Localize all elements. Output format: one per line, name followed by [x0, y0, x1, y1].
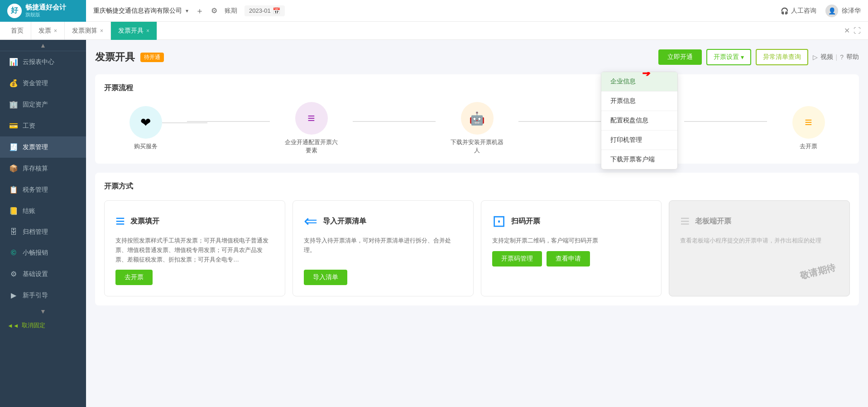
step-3-label: 下载并安装开票机器人 — [450, 138, 504, 155]
step-1-line — [162, 122, 207, 123]
chevron-down-icon: ▾ — [186, 8, 188, 14]
sidebar-item-shuiwu[interactable]: 📋 税务管理 — [0, 179, 86, 200]
step-3-icon: 🤖 — [461, 102, 494, 135]
step-5-icon: ≡ — [792, 106, 825, 139]
video-button[interactable]: ▷ 视频 | ? 帮助 — [813, 53, 859, 61]
top-right: 🎧 人工咨询 👤 徐泽华 — [781, 5, 861, 17]
method-boss: ≡ 老板端开票 查看老板端小程序提交的开票申请，并作出相应的处理 敬请期待 — [669, 200, 850, 296]
tab-invoice-calc-close[interactable]: × — [100, 28, 103, 34]
dropdown-item-printer[interactable]: 打印机管理 — [601, 130, 677, 150]
tab-home[interactable]: 首页 — [4, 22, 31, 40]
anomaly-button[interactable]: 异常清单查询 — [756, 49, 808, 65]
dropdown-item-tax-disk[interactable]: 配置税盘信息 — [601, 111, 677, 130]
sidebar-item-xinshou[interactable]: ▶ 新手引导 — [0, 285, 86, 306]
close-all-icon[interactable]: ✕ — [844, 26, 850, 35]
sidebar-item-guidang[interactable]: 🗄 归档管理 — [0, 222, 86, 242]
sidebar-item-yunbao-label: 云报表中心 — [23, 58, 54, 66]
user-name: 徐泽华 — [842, 7, 861, 15]
invoice-settings-label: 开票设置 — [714, 53, 739, 61]
support-button[interactable]: 🎧 人工咨询 — [781, 7, 816, 15]
step-divider-2 — [353, 121, 436, 122]
sidebar-item-zijin-label: 资金管理 — [23, 79, 48, 87]
sidebar-item-xiaochang[interactable]: © 小畅报销 — [0, 242, 86, 263]
page-title: 发票开具 — [95, 50, 135, 64]
support-label: 人工咨询 — [791, 7, 816, 15]
step-divider-3 — [518, 121, 601, 122]
method-fill-icon: ≡ — [115, 212, 125, 231]
company-name: 重庆畅捷交通信息咨询有限公司 — [93, 7, 182, 15]
yunbao-icon: 📊 — [9, 58, 18, 66]
activate-button[interactable]: 立即开通 — [658, 49, 702, 65]
dropdown-item-company-info[interactable]: 企业信息 — [601, 72, 677, 91]
method-scan-apply-button[interactable]: 查看申请 — [547, 251, 590, 266]
jiezhang-icon: 📒 — [9, 207, 18, 215]
tab-invoice-close[interactable]: × — [54, 28, 57, 34]
tab-invoice-label: 发票 — [38, 27, 51, 35]
pin-left-icon: ◄◄ — [7, 322, 19, 329]
sidebar-scroll-down[interactable]: ▼ — [0, 306, 86, 317]
settings-chevron-down-icon: ▾ — [741, 53, 744, 61]
method-scan-name: 扫码开票 — [511, 217, 540, 226]
sidebar-item-kucun[interactable]: 📦 库存核算 — [0, 158, 86, 179]
sidebar-item-fapiao[interactable]: 🧾 发票管理 — [0, 136, 86, 158]
cancel-pin-button[interactable]: ◄◄ 取消固定 — [0, 317, 86, 334]
page-header: 发票开具 待开通 立即开通 开票设置 ▾ 异常清单查询 ▷ 视频 | ? 帮助 — [95, 49, 859, 65]
method-import-button[interactable]: 导入清单 — [304, 270, 347, 285]
sidebar-item-gongzi[interactable]: 💳 工资 — [0, 115, 86, 136]
invoice-settings-button[interactable]: 开票设置 ▾ — [706, 49, 751, 65]
sidebar-item-zijin[interactable]: 💰 资金管理 — [0, 73, 86, 94]
dropdown-printer-label: 打印机管理 — [610, 136, 642, 143]
tab-invoice-issue[interactable]: 发票开具 × — [111, 22, 157, 40]
page-title-area: 发票开具 待开通 — [95, 50, 164, 64]
gudingzichan-icon: 🏢 — [9, 100, 18, 109]
tab-home-label: 首页 — [11, 27, 24, 35]
sidebar-item-gudingzichan[interactable]: 🏢 固定资产 — [0, 94, 86, 115]
fapiao-icon: 🧾 — [9, 143, 18, 151]
gongzi-icon: 💳 — [9, 121, 18, 130]
main-layout: ▲ 📊 云报表中心 💰 资金管理 🏢 固定资产 💳 工资 🧾 发票管理 📦 库存… — [0, 40, 868, 407]
method-scan-qr-button[interactable]: 开票码管理 — [492, 251, 542, 266]
top-actions: ＋ ⚙ 账期 2023-01 📅 — [196, 5, 285, 16]
tab-invoice[interactable]: 发票 × — [31, 22, 65, 40]
status-badge: 待开通 — [140, 53, 164, 62]
settings-icon[interactable]: ⚙ — [211, 6, 217, 15]
tab-bar: 首页 发票 × 发票测算 × 发票开具 × ✕ ⛶ — [0, 22, 868, 40]
zijin-icon: 💰 — [9, 79, 18, 87]
sidebar-item-gudingzichan-label: 固定资产 — [23, 101, 48, 109]
period-badge[interactable]: 2023-01 📅 — [245, 5, 285, 16]
help-icon: ? — [840, 53, 844, 61]
company-selector[interactable]: 重庆畅捷交通信息咨询有限公司 ▾ — [93, 7, 188, 15]
help-label: 帮助 — [846, 53, 859, 61]
header-actions: 立即开通 开票设置 ▾ 异常清单查询 ▷ 视频 | ? 帮助 — [658, 49, 859, 65]
top-bar: 好 畅捷通好会计 旗舰版 重庆畅捷交通信息咨询有限公司 ▾ ＋ ⚙ 账期 202… — [0, 0, 868, 22]
step-2-icon: ≡ — [295, 102, 328, 135]
maximize-icon[interactable]: ⛶ — [854, 27, 861, 35]
jichu-icon: ⚙ — [9, 270, 18, 278]
step-5-label: 去开票 — [800, 142, 817, 150]
method-scan-desc: 支持定制开票二维码，客户端可扫码开票 — [492, 236, 651, 246]
method-import-icon: ⇐ — [304, 212, 317, 231]
method-scan-header: ⊡ 扫码开票 — [492, 212, 651, 231]
tab-invoice-calc[interactable]: 发票测算 × — [65, 22, 111, 40]
add-icon[interactable]: ＋ — [196, 5, 204, 16]
step-1: ❤ 购买服务 — [104, 106, 187, 150]
sidebar-item-xiaochang-label: 小畅报销 — [23, 249, 48, 257]
tab-invoice-issue-close[interactable]: × — [146, 28, 149, 34]
user-info[interactable]: 👤 徐泽华 — [825, 5, 861, 17]
calendar-icon[interactable]: 📅 — [273, 7, 280, 15]
sidebar-item-xinshou-label: 新手引导 — [23, 291, 48, 300]
methods-section: 开票方式 ≡ 发票填开 支持按照发票样式手工填开发票；可开具增值税电子普通发票、… — [95, 173, 859, 305]
method-fill-button[interactable]: 去开票 — [115, 270, 153, 285]
process-section: 开票流程 ❤ 购买服务 ≡ 企业开通配置开票六要素 — [95, 74, 859, 164]
sidebar-item-jichu[interactable]: ⚙ 基础设置 — [0, 263, 86, 285]
sidebar-scroll-up[interactable]: ▲ — [0, 40, 86, 51]
method-boss-desc: 查看老板端小程序提交的开票申请，并作出相应的处理 — [680, 236, 839, 246]
step-1-label: 购买服务 — [134, 142, 158, 150]
kucun-icon: 📦 — [9, 164, 18, 173]
dropdown-item-invoice-info[interactable]: 开票信息 — [601, 91, 677, 111]
dropdown-item-download-client[interactable]: 下载开票客户端 — [601, 150, 677, 169]
red-arrow-icon: ➔ — [642, 72, 650, 79]
sidebar-item-jiezhang[interactable]: 📒 结账 — [0, 200, 86, 222]
sidebar-item-yunbao[interactable]: 📊 云报表中心 — [0, 51, 86, 73]
divider: | — [836, 53, 838, 61]
